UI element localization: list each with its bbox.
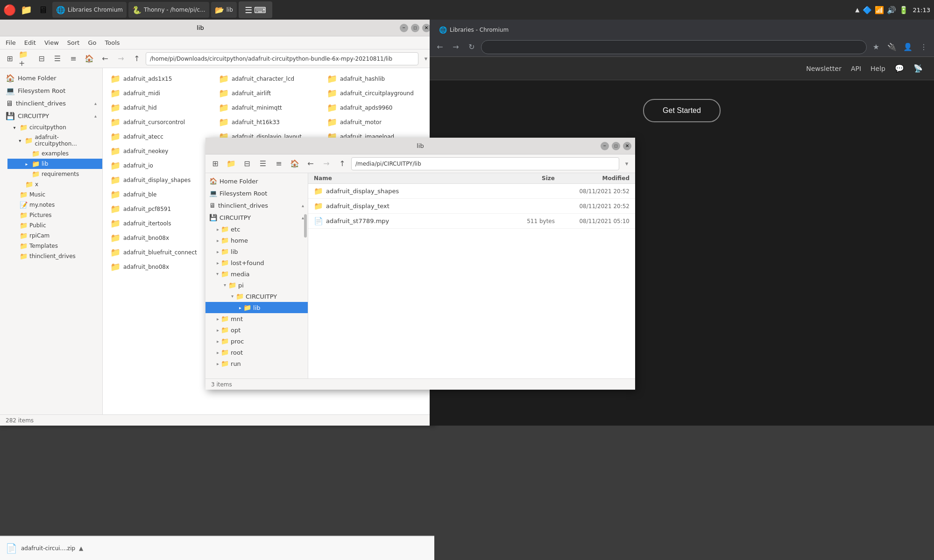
menu-go[interactable]: Go <box>84 38 100 47</box>
sidebar-home-folder[interactable]: 🏠 Home Folder <box>0 72 102 84</box>
file-item[interactable]: 📁adafruit_bno08x <box>106 231 214 245</box>
file-item[interactable]: 📁adafruit_apds9960 <box>323 101 431 114</box>
file-item[interactable]: 📁adafruit_airlift <box>215 86 322 100</box>
up-button[interactable]: ↑ <box>130 52 144 66</box>
sec-up-btn[interactable]: ↑ <box>335 157 349 171</box>
file-item[interactable]: 📁adafruit_hashlib <box>323 72 431 85</box>
secondary-sidebar-scrollbar[interactable] <box>304 214 307 238</box>
tree-lib[interactable]: ▸ 📁 lib <box>7 159 102 169</box>
sec-home-btn[interactable]: 🏠 <box>288 157 302 171</box>
browser-menu[interactable]: ⋮ <box>917 41 930 54</box>
sec-tree-media[interactable]: ▸ 📁 media <box>205 268 308 280</box>
files-taskbar-button[interactable]: 📁 <box>19 2 34 17</box>
table-row[interactable]: 📁 adafruit_display_shapes 08/11/2021 20:… <box>308 184 635 199</box>
thonny-taskbar-button[interactable]: 🐍 Thonny - /home/pi/c... <box>128 2 209 18</box>
tree-examples[interactable]: ▸ 📁 examples <box>7 148 102 159</box>
sec-list-btn[interactable]: ☰ <box>256 157 270 171</box>
sec-sidebar-root[interactable]: 💻 Filesystem Root <box>205 187 308 199</box>
file-item[interactable]: 📁adafruit_hid <box>106 101 214 114</box>
terminal-taskbar-button[interactable]: 🖥 <box>35 2 50 17</box>
sec-tree-proc[interactable]: ▸ 📁 proc <box>205 336 308 347</box>
secondary-address-bar[interactable]: /media/pi/CIRCUITPY/lib <box>351 157 619 170</box>
nav-social-2[interactable]: 📡 <box>913 64 923 73</box>
sec-minimize-button[interactable]: − <box>601 142 609 150</box>
start-button[interactable]: 🔴 <box>2 2 17 17</box>
file-item[interactable]: 📁adafruit_atecc <box>106 130 214 143</box>
menu-tools[interactable]: Tools <box>101 38 124 47</box>
tree-notes[interactable]: ▸ 📝 my.notes <box>7 200 102 210</box>
file-item[interactable]: 📁adafruit_ble <box>106 188 214 201</box>
tree-music[interactable]: ▸ 📁 Music <box>7 189 102 200</box>
browser-url-bar[interactable] <box>481 40 867 54</box>
tree-x[interactable]: ▸ 📁 x <box>7 179 102 189</box>
lib-taskbar-button[interactable]: 📂 lib <box>211 2 237 18</box>
maximize-button[interactable]: □ <box>411 24 419 32</box>
file-item[interactable]: 📁adafruit_pcf8591 <box>106 202 214 216</box>
get-started-button[interactable]: Get Started <box>643 99 721 122</box>
back-button[interactable]: ← <box>98 52 112 66</box>
sec-back-btn[interactable]: ← <box>304 157 318 171</box>
file-item[interactable]: 📁adafruit_bluefruit_connect <box>106 245 214 259</box>
chromium-taskbar-button[interactable]: 🌐 Libraries Chromium <box>52 2 127 18</box>
bookmark-button[interactable]: ★ <box>870 41 883 54</box>
sec-forward-btn[interactable]: → <box>319 157 333 171</box>
sec-icon-view[interactable]: ⊞ <box>208 157 222 171</box>
file-item[interactable]: 📁adafruit_character_lcd <box>215 72 322 85</box>
address-bar[interactable]: /home/pi/Downloads/circuitpython/adafrui… <box>146 52 418 65</box>
file-item[interactable]: 📁adafruit_midi <box>106 86 214 100</box>
sec-tree-pi[interactable]: ▸ 📁 pi <box>205 280 308 291</box>
file-item[interactable]: 📁adafruit_circuitplayground <box>323 86 431 100</box>
browser-refresh[interactable]: ↻ <box>465 41 478 54</box>
sidebar-thinclient[interactable]: 🖥 thinclient_drives ▴ <box>0 97 102 110</box>
file-item[interactable]: 📁adafruit_cursorcontrol <box>106 115 214 129</box>
tree-rpicam[interactable]: ▸ 📁 rpiCam <box>7 231 102 241</box>
sec-tree-lib-root[interactable]: ▸ 📁 lib <box>205 246 308 257</box>
download-chevron-icon[interactable]: ▲ <box>79 545 83 552</box>
file-item[interactable]: 📁adafruit_io <box>106 159 214 172</box>
nav-help[interactable]: Help <box>870 65 885 72</box>
file-item[interactable]: 📁adafruit_ads1x15 <box>106 72 214 85</box>
icon-view-button[interactable]: ⊞ <box>3 52 17 66</box>
nav-newsletter[interactable]: Newsletter <box>806 65 842 72</box>
tree-templates[interactable]: ▸ 📁 Templates <box>7 241 102 251</box>
secondary-address-dropdown[interactable]: ▾ <box>621 157 632 170</box>
menu-sort[interactable]: Sort <box>64 38 84 47</box>
home-button[interactable]: 🏠 <box>82 52 96 66</box>
browser-back[interactable]: ← <box>433 41 446 54</box>
sec-tree-root[interactable]: ▸ 📁 root <box>205 347 308 358</box>
tree-circuitpython[interactable]: ▾ 📁 circuitpython <box>7 122 102 133</box>
sec-tree-etc[interactable]: ▸ 📁 etc <box>205 224 308 235</box>
sec-new-folder[interactable]: 📁 <box>224 157 238 171</box>
forward-button[interactable]: → <box>114 52 128 66</box>
tree-thinclient[interactable]: ▸ 📁 thinclient_drives <box>7 251 102 261</box>
sec-tree-circuitpy-folder[interactable]: ▸ 📁 CIRCUITPY <box>205 291 308 302</box>
file-item[interactable]: 📁adafruit_minimqtt <box>215 101 322 114</box>
sec-tree-mnt[interactable]: ▸ 📁 mnt <box>205 313 308 324</box>
sec-tree-home[interactable]: ▸ 📁 home <box>205 235 308 246</box>
sec-grid-btn[interactable]: ⊟ <box>240 157 254 171</box>
minimize-button[interactable]: − <box>400 24 408 32</box>
list-view-button[interactable]: ☰ <box>50 52 64 66</box>
table-row[interactable]: 📄 adafruit_st7789.mpy 511 bytes 08/11/20… <box>308 214 635 229</box>
nav-api[interactable]: API <box>851 65 861 72</box>
sec-sidebar-home[interactable]: 🏠 Home Folder <box>205 175 308 187</box>
file-item[interactable]: 📁adafruit_ht16k33 <box>215 115 322 129</box>
menu-view[interactable]: View <box>41 38 63 47</box>
sec-sidebar-thinclient[interactable]: 🖥 thinclient_drives ▴ <box>205 199 308 211</box>
file-item[interactable]: 📁adafruit_motor <box>323 115 431 129</box>
nav-social-1[interactable]: 💬 <box>895 64 904 73</box>
browser-tab-1[interactable]: 🌐 Libraries - Chromium <box>433 22 514 37</box>
account-button[interactable]: 👤 <box>901 41 914 54</box>
new-folder-button[interactable]: 📁+ <box>19 52 33 66</box>
sec-sidebar-circuitpy-drive[interactable]: 💾 CIRCUITPY ▴ <box>205 211 308 224</box>
sidebar-filesystem-root[interactable]: 💻 Filesystem Root <box>0 84 102 97</box>
tree-requirements[interactable]: ▸ 📁 requirements <box>7 169 102 179</box>
menu-file[interactable]: File <box>2 38 20 47</box>
extension-button[interactable]: 🔌 <box>885 41 899 54</box>
detail-view-button[interactable]: ≡ <box>66 52 80 66</box>
file-item[interactable]: 📁adafruit_neokey <box>106 144 214 158</box>
system-tray-arrow[interactable]: ▲ <box>855 7 859 13</box>
file-item[interactable]: 📁adafruit_display_shapes <box>106 173 214 187</box>
sec-tree-lost-found[interactable]: ▸ 📁 lost+found <box>205 257 308 268</box>
keyboard-overlay-button[interactable]: ☰ ⌨ <box>239 1 272 18</box>
